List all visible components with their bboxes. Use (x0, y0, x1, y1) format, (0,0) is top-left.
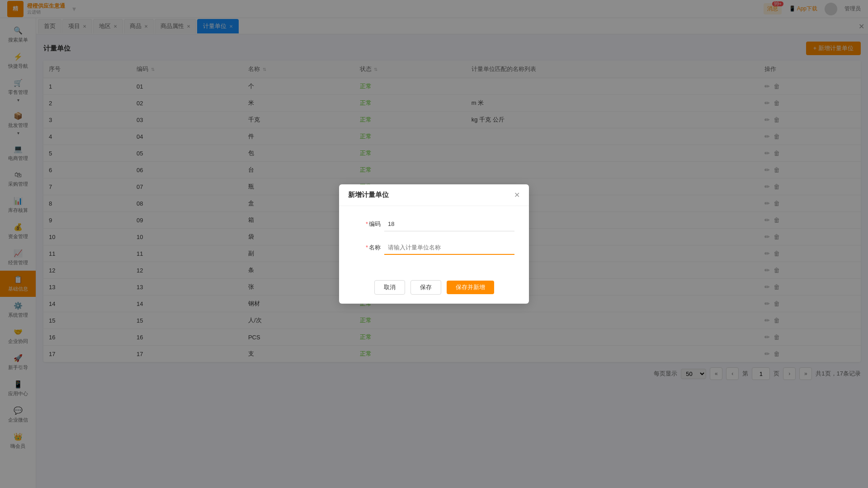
code-input[interactable] (384, 217, 514, 231)
cancel-button[interactable]: 取消 (374, 280, 405, 295)
modal-footer: 取消 保存 保存并新增 (339, 275, 529, 304)
form-row-name: *名称 (354, 240, 514, 255)
name-input[interactable] (384, 240, 514, 255)
modal-overlay: 新增计量单位 ✕ *编码 *名称 取消 保存 保存并新增 (0, 0, 868, 488)
modal-title: 新增计量单位 (348, 191, 389, 199)
modal-header: 新增计量单位 ✕ (339, 184, 529, 206)
save-button[interactable]: 保存 (410, 280, 441, 295)
modal-close-button[interactable]: ✕ (514, 191, 520, 199)
name-label: *名称 (354, 244, 381, 252)
code-label: *编码 (354, 220, 381, 228)
form-row-code: *编码 (354, 217, 514, 231)
save-and-new-button[interactable]: 保存并新增 (447, 281, 494, 294)
add-unit-modal: 新增计量单位 ✕ *编码 *名称 取消 保存 保存并新增 (339, 184, 529, 304)
modal-body: *编码 *名称 (339, 206, 529, 275)
